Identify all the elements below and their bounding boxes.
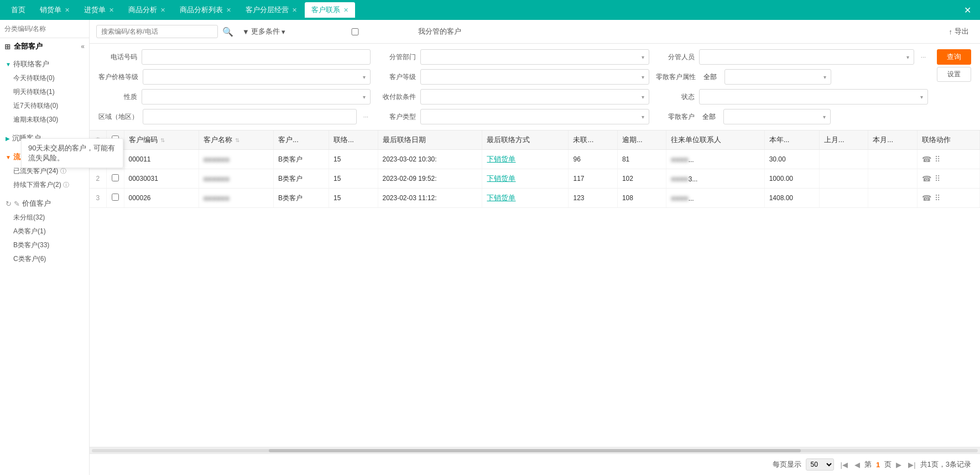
filter-scatter-select[interactable]: ▾: [723, 109, 831, 124]
sidebar-all-customers[interactable]: ⊞ 全部客户 «: [0, 38, 89, 55]
tab-customer-contact-close[interactable]: ✕: [343, 7, 348, 14]
my-customer-filter[interactable]: 我分管的客户: [294, 27, 461, 36]
tab-customer-layer-close[interactable]: ✕: [292, 7, 297, 14]
tab-goods-analysis-close[interactable]: ✕: [160, 7, 165, 14]
refresh-icon[interactable]: ↻: [6, 200, 12, 208]
chevron-down-type-icon: ▾: [642, 114, 644, 120]
filter-panel: 电话号码 分管部门 ▾ 分管人员: [90, 44, 980, 131]
sidebar-item-a-class[interactable]: A类客户(1): [0, 225, 89, 238]
row-checkbox[interactable]: [112, 194, 119, 201]
filter-dept-select[interactable]: ▾: [420, 49, 649, 65]
tab-customer-contact[interactable]: 客户联系 ✕: [305, 2, 355, 18]
horizontal-scrollbar[interactable]: [90, 447, 980, 453]
filter-row-3: 性质 ▾ 收付款条件 ▾: [98, 89, 928, 105]
th-last-month-label: 上月...: [824, 135, 845, 144]
export-button[interactable]: ↑ 导出: [945, 24, 974, 39]
pending-section-label: 待联络客户: [13, 59, 49, 69]
th-code-label: 客户编码: [129, 135, 158, 144]
th-name[interactable]: 客户名称 ⇅: [199, 131, 273, 150]
chevron-down-payment-icon: ▾: [642, 94, 644, 100]
window-close-button[interactable]: ✕: [960, 5, 976, 15]
last-page-button[interactable]: ▶|: [906, 460, 918, 470]
call-icon[interactable]: ☎: [922, 174, 931, 183]
row-last-method: 下销货单: [482, 169, 569, 189]
chevron-down-level-icon: ▾: [642, 74, 644, 80]
tooltip: 90天未交易的客户，可能有流失风险。: [21, 138, 123, 168]
tab-goods-list[interactable]: 商品分析列表 ✕: [173, 2, 238, 18]
chevron-down-status-icon: ▾: [920, 94, 923, 100]
scrollbar-thumb[interactable]: [269, 449, 800, 452]
last-method-link[interactable]: 下销货单: [487, 174, 515, 182]
more-actions-icon[interactable]: ⠿: [935, 155, 940, 164]
sidebar-search-input[interactable]: [4, 25, 87, 33]
sidebar-collapse-icon[interactable]: «: [81, 43, 85, 50]
row-last-month: [819, 189, 868, 208]
customer-table: ⚙ 客户编码 ⇅ 客户名称 ⇅: [90, 131, 980, 208]
sidebar-item-ungrouped[interactable]: 未分组(32): [0, 211, 89, 225]
more-filter-button[interactable]: ▼ 更多条件 ▾: [238, 24, 290, 39]
filter-manager-more[interactable]: ···: [919, 54, 928, 60]
tab-customer-layer[interactable]: 客户分层经营 ✕: [239, 2, 304, 18]
table-body: 1 000011 ■■■■■■ B类客户 15 2023-03-02 10:30…: [90, 150, 980, 208]
more-actions-icon[interactable]: ⠿: [935, 194, 940, 202]
last-method-link[interactable]: 下销货单: [487, 155, 515, 163]
filter-region-more[interactable]: ···: [361, 113, 371, 120]
tab-sales-close[interactable]: ✕: [65, 7, 70, 14]
search-input[interactable]: [96, 25, 218, 38]
filter-price-level: 客户价格等级 ▾: [98, 69, 371, 85]
row-checkbox[interactable]: [112, 174, 119, 181]
filter-customer-type-select[interactable]: ▾: [420, 109, 649, 124]
tab-home[interactable]: 首页: [4, 2, 32, 18]
next-page-button[interactable]: ▶: [894, 460, 904, 470]
sidebar-item-b-class[interactable]: B类客户(33): [0, 238, 89, 252]
row-actions: ☎ ⠿: [917, 189, 979, 208]
filter-region-input[interactable]: [143, 109, 357, 124]
last-method-link[interactable]: 下销货单: [487, 194, 515, 202]
row-overdue: 102: [617, 169, 666, 189]
sort-name-icon[interactable]: ⇅: [235, 137, 239, 143]
call-icon[interactable]: ☎: [922, 155, 931, 164]
sidebar-section-value-title[interactable]: ↻ ✎ 价值客户: [0, 196, 89, 211]
tab-goods-list-close[interactable]: ✕: [226, 7, 231, 14]
sidebar-item-7days[interactable]: 近7天待联络(0): [0, 99, 89, 113]
arrow-down-icon: ▼: [6, 61, 11, 67]
sidebar-item-declining[interactable]: 持续下滑客户(2) ⓘ: [0, 178, 89, 192]
sidebar-item-today[interactable]: 今天待联络(0): [0, 71, 89, 85]
row-liaison: ■■■■3...: [666, 169, 764, 189]
tab-purchase[interactable]: 进货单 ✕: [77, 2, 121, 18]
filter-customer-type-label: 客户类型: [377, 112, 416, 122]
call-icon[interactable]: ☎: [922, 194, 931, 202]
query-button[interactable]: 查询: [937, 49, 971, 65]
prev-page-button[interactable]: ◀: [852, 460, 862, 470]
filter-nature-select[interactable]: ▾: [142, 89, 371, 105]
sidebar-item-c-class[interactable]: C类客户(6): [0, 252, 89, 266]
first-page-button[interactable]: |◀: [838, 460, 850, 470]
settings-button[interactable]: 设置: [937, 67, 971, 82]
my-customer-checkbox[interactable]: [294, 28, 416, 35]
th-code[interactable]: 客户编码 ⇅: [124, 131, 199, 150]
search-button[interactable]: 🔍: [222, 27, 233, 37]
filter-region-label: 区域（地区）: [98, 112, 138, 122]
row-this-year: 1000.00: [764, 169, 819, 189]
filter-manager-select[interactable]: ▾: [699, 49, 914, 65]
filter-price-level-select[interactable]: ▾: [143, 69, 371, 85]
th-overdue: 逾期...: [617, 131, 666, 150]
filter-status-select[interactable]: ▾: [699, 89, 928, 105]
more-actions-icon[interactable]: ⠿: [935, 174, 940, 183]
edit-icon[interactable]: ✎: [14, 200, 20, 208]
tab-goods-analysis[interactable]: 商品分析 ✕: [122, 2, 172, 18]
sidebar-item-overdue[interactable]: 逾期未联络(30): [0, 113, 89, 127]
sidebar-section-pending-title[interactable]: ▼ 待联络客户: [0, 57, 89, 71]
filter-customer-level-select[interactable]: ▾: [420, 69, 649, 85]
filter-phone-input[interactable]: [142, 49, 371, 65]
filter-payment-select[interactable]: ▾: [420, 89, 649, 105]
tab-purchase-close[interactable]: ✕: [109, 7, 114, 14]
filter-customer-type: 客户类型 ▾: [377, 109, 649, 124]
sidebar-item-tomorrow[interactable]: 明天待联络(1): [0, 85, 89, 99]
th-last-date-label: 最后联络日期: [383, 135, 426, 144]
tooltip-text: 90天未交易的客户，可能有流失风险。: [28, 144, 115, 162]
tab-sales[interactable]: 销货单 ✕: [33, 2, 76, 18]
sort-code-icon[interactable]: ⇅: [160, 137, 165, 143]
filter-scatter-attr-select[interactable]: ▾: [724, 69, 831, 85]
per-page-select[interactable]: 50 100 200: [806, 458, 834, 471]
